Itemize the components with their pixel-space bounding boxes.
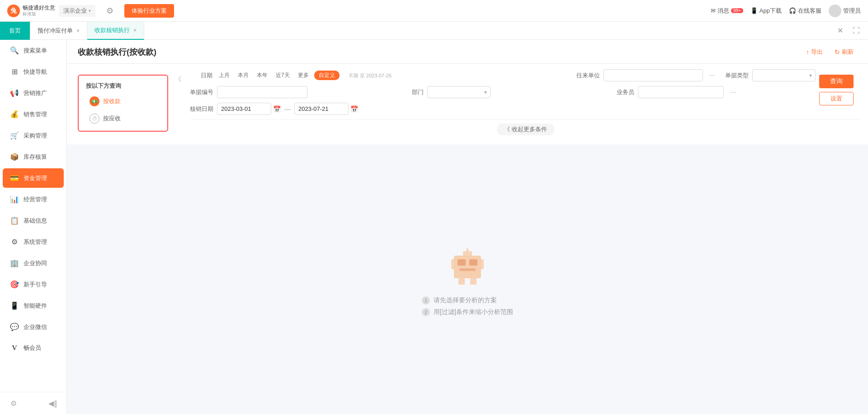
basic-info-icon: 📋 — [10, 216, 19, 225]
filter-row-docno: 单据编号 部门 — [190, 86, 816, 98]
sidebar-item-purchase[interactable]: 🛒 采购管理 — [3, 126, 64, 145]
settings-icon[interactable]: ⚙ — [103, 4, 117, 18]
empty-state: 1 请先选择要分析的方案 2 用[过滤]条件来缩小分析范围 — [67, 144, 868, 414]
sidebar-item-inventory[interactable]: 📦 库存核算 — [3, 147, 64, 167]
date-btn-7days[interactable]: 近7天 — [273, 71, 292, 80]
query-btn[interactable]: 查询 — [819, 75, 854, 88]
sidebar-item-marketing[interactable]: 📢 营销推广 — [3, 83, 64, 103]
company-selector[interactable]: 演示企业 ▾ — [59, 5, 95, 17]
sidebar-collapse-btn[interactable]: ◀‖ — [47, 397, 59, 409]
filter-option-by-receipt[interactable]: 💵 按收款 — [79, 93, 167, 110]
counterparty-input[interactable] — [604, 69, 703, 81]
tab-collection[interactable]: 收款核销执行 × — [87, 22, 144, 40]
sidebar-item-wechat-label: 企业微信 — [24, 323, 47, 331]
user-avatar — [829, 5, 841, 17]
user-menu[interactable]: 管理员 — [829, 5, 861, 17]
calendar-end-icon[interactable]: 📅 — [350, 105, 358, 113]
tab-bar: 首页 预付冲应付单 × 收款核销执行 × ✕ ⛶ — [0, 22, 868, 40]
sidebar-item-quick-nav[interactable]: ⊞ 快捷导航 — [3, 62, 64, 81]
date-btn-custom[interactable]: 自定义 — [314, 71, 340, 80]
doc-no-input[interactable] — [217, 86, 307, 98]
finance-icon: 💳 — [10, 174, 19, 182]
tab-collection-close[interactable]: × — [133, 27, 137, 33]
tab-prepay-close[interactable]: × — [76, 28, 80, 34]
app-logo: 兔 畅捷通好生意 标准版 — [7, 5, 55, 17]
tab-home[interactable]: 首页 — [0, 22, 30, 40]
tab-prepay[interactable]: 预付冲应付单 × — [30, 22, 87, 40]
receivable-icon: ⏱ — [90, 114, 99, 124]
calendar-start-icon[interactable]: 📅 — [273, 105, 281, 113]
department-select[interactable] — [427, 86, 491, 98]
online-service-label: 在线客服 — [798, 7, 821, 15]
right-action-col: 查询 设置 — [819, 69, 861, 111]
sidebar-item-hardware[interactable]: 📱 智能硬件 — [3, 296, 64, 315]
verification-date-start[interactable] — [217, 103, 271, 115]
search-icon: 🔍 — [10, 46, 19, 55]
app-version: 标准版 — [23, 11, 55, 16]
doc-no-col: 单据编号 — [190, 86, 394, 98]
date-btn-this-year[interactable]: 本年 — [254, 71, 270, 80]
filter-collapse-btn[interactable]: 《 — [174, 69, 183, 84]
sidebar-item-operation[interactable]: 📊 经营管理 — [3, 190, 64, 209]
verification-date-col: 核销日期 📅 — 📅 — [190, 103, 816, 115]
message-icon: ✉ — [711, 7, 716, 14]
verification-date-label: 核销日期 — [190, 105, 213, 113]
sidebar-item-guide[interactable]: 🎯 新手引导 — [3, 275, 64, 294]
user-name: 管理员 — [843, 7, 861, 15]
hint-text-2: 用[过滤]条件来缩小分析范围 — [434, 308, 513, 316]
filter-option-by-receipt-label: 按收款 — [103, 97, 121, 105]
filter-option-by-receivable[interactable]: ⏱ 按应收 — [79, 110, 167, 127]
sidebar-item-search[interactable]: 🔍 搜索菜单 — [3, 41, 64, 60]
date-btn-this-month[interactable]: 本月 — [235, 71, 251, 80]
grid-icon: ⊞ — [10, 67, 19, 76]
sidebar-item-basic-info[interactable]: 📋 基础信息 — [3, 211, 64, 230]
export-icon: ↑ — [806, 48, 809, 56]
counterparty-field: 往来单位 ··· — [399, 69, 718, 81]
date-btn-last-month[interactable]: 上月 — [216, 71, 232, 80]
date-hint-col: 不限 至 2023-07-26 — [349, 71, 392, 79]
sidebar-item-sales-label: 销售管理 — [24, 110, 47, 119]
page-actions: ↑ 导出 ↻ 刷新 — [802, 46, 857, 58]
sidebar-item-system[interactable]: ⚙ 系统管理 — [3, 232, 64, 252]
hint-num-1: 1 — [422, 296, 430, 305]
filter-body: 按以下方查询 💵 按收款 ⏱ 按应收 《 — [67, 64, 868, 144]
refresh-btn[interactable]: ↻ 刷新 — [831, 46, 857, 58]
app-download-btn[interactable]: 📱 App下载 — [750, 7, 782, 15]
online-service-btn[interactable]: 🎧 在线客服 — [789, 7, 821, 15]
app-download-label: App下载 — [760, 7, 782, 15]
date-btn-more[interactable]: 更多 — [295, 71, 311, 80]
salesperson-input[interactable] — [638, 86, 724, 98]
message-btn[interactable]: ✉ 消息 99+ — [711, 7, 743, 15]
top-bar-left: 兔 畅捷通好生意 标准版 演示企业 ▾ ⚙ 体验行业方案 — [7, 4, 711, 18]
filter-row-verification: 核销日期 📅 — 📅 — [190, 103, 816, 115]
sidebar-item-corp-collab-label: 企业协同 — [24, 259, 47, 267]
sidebar-item-sales[interactable]: 💰 销售管理 — [3, 105, 64, 124]
settings-btn[interactable]: 设置 — [819, 92, 854, 105]
top-bar-right: ✉ 消息 99+ 📱 App下载 🎧 在线客服 管理员 — [711, 5, 861, 17]
sidebar-item-finance[interactable]: 💳 资金管理 — [3, 168, 64, 188]
collapse-more-label: 收起更多条件 — [512, 125, 547, 133]
doc-type-field: 单据类型 — [725, 69, 816, 81]
sidebar-item-finance-label: 资金管理 — [24, 174, 47, 182]
content-area: 收款核销执行(按收款) ↑ 导出 ↻ 刷新 按以下方查询 — [67, 40, 868, 414]
sidebar-item-wechat[interactable]: 💬 企业微信 — [3, 317, 64, 337]
filter-fields: 日期 上月 本月 本年 近7天 更多 自定义 — [190, 69, 816, 119]
doc-type-select[interactable] — [752, 69, 816, 81]
salesperson-dots[interactable]: ··· — [727, 88, 739, 96]
sidebar-settings-btn[interactable]: ⚙ — [7, 397, 20, 409]
export-btn[interactable]: ↑ 导出 — [802, 46, 826, 58]
receipt-icon: 💵 — [90, 96, 99, 106]
tab-expand-btn[interactable]: ⛶ — [850, 24, 863, 37]
phone-icon: 📱 — [750, 7, 758, 14]
verification-date-end[interactable] — [294, 103, 349, 115]
tab-close-all-btn[interactable]: ✕ — [834, 24, 846, 37]
industry-btn[interactable]: 体验行业方案 — [124, 4, 174, 18]
date-separator: — — [284, 105, 291, 113]
counterparty-dots[interactable]: ··· — [707, 71, 718, 80]
app-logo-icon: 兔 — [7, 5, 20, 17]
sidebar-item-corp-collab[interactable]: 🏢 企业协同 — [3, 253, 64, 273]
sidebar-item-member[interactable]: V 畅会员 — [3, 338, 64, 357]
collapse-more-btn[interactable]: 《 收起更多条件 — [497, 124, 554, 135]
filter-row-1: 日期 上月 本月 本年 近7天 更多 自定义 — [190, 69, 861, 119]
sidebar-item-system-label: 系统管理 — [24, 238, 47, 246]
